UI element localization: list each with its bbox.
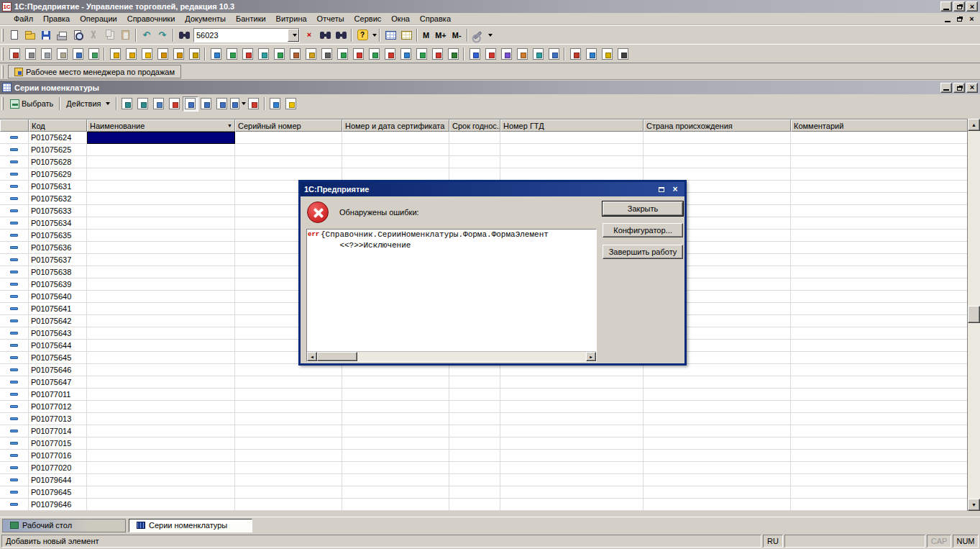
cell-code[interactable]: P01075645 bbox=[29, 352, 87, 364]
cell-name[interactable] bbox=[87, 278, 235, 291]
cell-serial[interactable] bbox=[235, 132, 342, 144]
cell-gtd[interactable] bbox=[500, 474, 644, 486]
cell-country[interactable] bbox=[644, 376, 791, 389]
cell-code[interactable]: P01075639 bbox=[29, 278, 87, 291]
close-error-button[interactable]: Закрыть bbox=[603, 201, 683, 216]
cell-comment[interactable] bbox=[791, 303, 967, 315]
search-combobox[interactable]: 56023 bbox=[193, 28, 300, 42]
discount-icon[interactable] bbox=[514, 46, 530, 61]
column-header-country[interactable]: Страна происхождения bbox=[644, 119, 791, 132]
ledger-icon[interactable] bbox=[445, 46, 461, 61]
cell-comment[interactable] bbox=[791, 144, 967, 156]
cell-serial[interactable] bbox=[235, 462, 342, 474]
column-header-gtd[interactable]: Номер ГТД bbox=[500, 119, 644, 132]
cell-country[interactable] bbox=[644, 168, 791, 181]
cell-code[interactable]: P01075628 bbox=[29, 156, 87, 168]
cell-name[interactable] bbox=[87, 425, 235, 437]
table-row[interactable]: P01079644 bbox=[0, 474, 967, 486]
dialog-titlebar[interactable]: 1С:Предприятие bbox=[301, 182, 684, 196]
cell-name[interactable] bbox=[87, 474, 235, 486]
cell-comment[interactable] bbox=[791, 205, 967, 217]
cell-comment[interactable] bbox=[791, 401, 967, 413]
restore-button[interactable] bbox=[953, 1, 965, 12]
cell-gtd[interactable] bbox=[500, 425, 644, 437]
cell-name[interactable] bbox=[87, 266, 235, 278]
cell-country[interactable] bbox=[644, 474, 791, 486]
cell-name[interactable] bbox=[87, 389, 235, 401]
price-list-icon[interactable] bbox=[530, 46, 546, 61]
cell-cert[interactable] bbox=[342, 474, 449, 486]
cell-gtd[interactable] bbox=[500, 499, 644, 511]
cell-comment[interactable] bbox=[791, 230, 967, 242]
clear-filter-icon[interactable] bbox=[246, 96, 262, 112]
receipt-doc-icon[interactable] bbox=[224, 46, 239, 61]
doc-check-icon[interactable] bbox=[398, 46, 413, 61]
cell-name[interactable] bbox=[87, 437, 235, 450]
error-text-area[interactable]: err{Справочник.СерииНоменклатуры.Форма.Ф… bbox=[306, 229, 597, 362]
cell-comment[interactable] bbox=[791, 352, 967, 364]
cell-country[interactable] bbox=[644, 132, 791, 144]
cell-gtd[interactable] bbox=[500, 376, 644, 389]
cell-cert[interactable] bbox=[342, 132, 449, 144]
cell-serial[interactable] bbox=[235, 425, 342, 437]
search-input[interactable]: 56023 bbox=[194, 31, 288, 40]
payment-in-icon[interactable] bbox=[155, 46, 170, 61]
menu-item[interactable]: Справочники bbox=[122, 14, 180, 24]
cell-serial[interactable] bbox=[235, 499, 342, 511]
menu-item[interactable]: Справка bbox=[415, 14, 456, 24]
shutdown-button[interactable]: Завершить работу bbox=[603, 245, 683, 259]
folder-out-icon[interactable] bbox=[303, 46, 319, 61]
print-document-icon[interactable] bbox=[22, 46, 38, 61]
search-dropdown-icon[interactable] bbox=[288, 29, 299, 42]
column-header-serial[interactable]: Серийный номер bbox=[235, 119, 342, 132]
move-to-group-icon[interactable] bbox=[151, 96, 167, 112]
cell-name[interactable] bbox=[87, 315, 235, 327]
issue-doc-icon[interactable] bbox=[239, 46, 255, 61]
cell-code[interactable]: P01075624 bbox=[29, 132, 87, 144]
cell-code[interactable]: P01077011 bbox=[29, 389, 87, 401]
redo-icon[interactable] bbox=[155, 27, 170, 42]
cell-serial[interactable] bbox=[235, 156, 342, 168]
cell-serial[interactable] bbox=[235, 474, 342, 486]
table-row[interactable]: P01077016 bbox=[0, 450, 967, 462]
save-icon[interactable] bbox=[38, 27, 54, 42]
cell-country[interactable] bbox=[644, 437, 791, 450]
menu-item[interactable]: Файл bbox=[9, 14, 38, 24]
cell-expiry[interactable] bbox=[449, 437, 500, 450]
toolbar-grip[interactable] bbox=[1, 47, 4, 60]
cell-comment[interactable] bbox=[791, 364, 967, 376]
cell-code[interactable]: P01077012 bbox=[29, 401, 87, 413]
cell-name[interactable] bbox=[87, 303, 235, 315]
tab-desktop[interactable]: Рабочий стол bbox=[2, 519, 126, 532]
cell-country[interactable] bbox=[644, 413, 791, 425]
cell-code[interactable]: P01075625 bbox=[29, 144, 87, 156]
menu-item[interactable]: Витрина bbox=[271, 14, 312, 24]
cell-name[interactable] bbox=[87, 181, 235, 193]
table-row[interactable]: P01075628 bbox=[0, 156, 967, 168]
column-header-code[interactable]: Код bbox=[29, 119, 87, 132]
open-icon[interactable] bbox=[22, 27, 38, 42]
cell-gtd[interactable] bbox=[500, 156, 644, 168]
cell-country[interactable] bbox=[644, 401, 791, 413]
cell-serial[interactable] bbox=[235, 168, 342, 181]
clear-search-icon[interactable] bbox=[301, 27, 317, 42]
sales-journal-icon[interactable] bbox=[6, 46, 22, 61]
table-row[interactable]: P01077015 bbox=[0, 437, 967, 450]
cell-cert[interactable] bbox=[342, 450, 449, 462]
cell-serial[interactable] bbox=[235, 389, 342, 401]
cell-cert[interactable] bbox=[342, 462, 449, 474]
cell-code[interactable]: P01077020 bbox=[29, 462, 87, 474]
cell-name[interactable] bbox=[87, 340, 235, 352]
table-grid-icon[interactable] bbox=[383, 27, 398, 42]
hierarchy-list-icon[interactable] bbox=[135, 96, 151, 112]
chevron-more-icon[interactable] bbox=[615, 46, 631, 61]
document-pages-icon[interactable] bbox=[54, 46, 70, 61]
cell-comment[interactable] bbox=[791, 499, 967, 511]
help-icon[interactable] bbox=[283, 96, 299, 112]
sale-cart-icon[interactable] bbox=[482, 46, 498, 61]
more-tools-icon[interactable] bbox=[488, 34, 493, 37]
mdi-close-button[interactable] bbox=[966, 14, 977, 24]
cell-expiry[interactable] bbox=[449, 450, 500, 462]
cell-name[interactable] bbox=[87, 413, 235, 425]
cell-code[interactable]: P01079644 bbox=[29, 474, 87, 486]
